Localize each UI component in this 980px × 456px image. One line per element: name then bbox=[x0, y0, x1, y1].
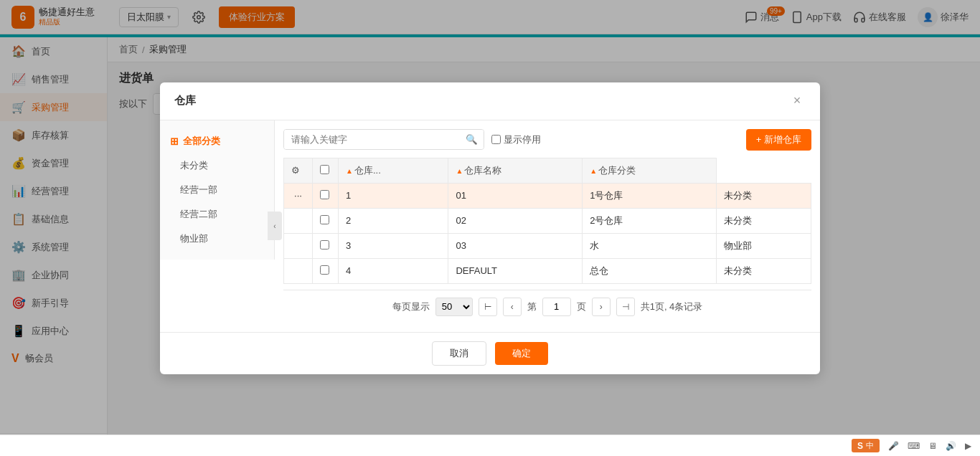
modal-sidebar-all[interactable]: ⊞ 全部分类 bbox=[160, 129, 274, 153]
row-num-cell: 4 bbox=[339, 258, 448, 283]
per-page-select[interactable]: 50 100 bbox=[435, 298, 473, 316]
modal-title: 仓库 bbox=[174, 94, 196, 108]
taskbar-keyboard[interactable]: ⌨ bbox=[908, 441, 920, 451]
sort-icon: ▲ bbox=[346, 167, 353, 175]
modal-sidebar-item-3[interactable]: 物业部 bbox=[160, 227, 274, 251]
taskbar-brand-label: 中 bbox=[866, 440, 874, 451]
next-page-button[interactable]: › bbox=[592, 298, 611, 316]
show-disabled-checkbox[interactable] bbox=[491, 135, 501, 144]
search-input[interactable] bbox=[284, 130, 460, 149]
modal-close-button[interactable]: × bbox=[788, 92, 806, 110]
taskbar-brand-text: S bbox=[857, 441, 863, 451]
taskbar-speaker[interactable]: 🔊 bbox=[946, 441, 956, 451]
modal-footer: 取消 确定 bbox=[160, 332, 820, 374]
modal-toolbar: 🔍 显示停用 + 新增仓库 bbox=[283, 129, 811, 151]
table-row[interactable]: 3 03 水 物业部 bbox=[284, 233, 811, 258]
sort-icon-name: ▲ bbox=[456, 167, 463, 175]
row-code-cell: 01 bbox=[448, 183, 583, 208]
total-label: 共1页, 4条记录 bbox=[641, 300, 703, 313]
modal-sidebar-item-2[interactable]: 经营二部 bbox=[160, 202, 274, 227]
modal-sidebar-wrapper: ⊞ 全部分类 未分类 经营一部 经营二部 物业部 ‹ bbox=[160, 120, 275, 332]
row-checkbox[interactable] bbox=[320, 215, 329, 224]
taskbar-brand: S 中 bbox=[852, 439, 880, 452]
app-body: 🏠 首页 📈 销售管理 🛒 采购管理 📦 库存核算 💰 资金管理 📊 经营管理 … bbox=[0, 37, 980, 456]
sort-icon-category: ▲ bbox=[590, 167, 597, 175]
warehouse-table: ⚙ ▲仓库... ▲仓库名称 ▲仓库分类 ··· 1 bbox=[283, 158, 811, 284]
warehouse-table-container: ⚙ ▲仓库... ▲仓库名称 ▲仓库分类 ··· 1 bbox=[283, 158, 811, 284]
row-code-cell: 03 bbox=[448, 233, 583, 258]
row-category-cell: 未分类 bbox=[717, 183, 811, 208]
row-code-cell: DEFAULT bbox=[448, 258, 583, 283]
modal-sidebar-item-0[interactable]: 未分类 bbox=[160, 153, 274, 178]
select-all-checkbox[interactable] bbox=[320, 165, 329, 174]
modal-main: 🔍 显示停用 + 新增仓库 bbox=[275, 120, 820, 332]
row-checkbox-cell[interactable] bbox=[313, 258, 339, 283]
row-name-cell: 2号仓库 bbox=[583, 208, 717, 233]
table-row[interactable]: 4 DEFAULT 总仓 未分类 bbox=[284, 258, 811, 283]
confirm-button[interactable]: 确定 bbox=[495, 342, 548, 365]
modal-sidebar-all-label: 全部分类 bbox=[183, 135, 220, 148]
col-checkbox-header[interactable] bbox=[313, 158, 339, 183]
prev-page-button[interactable]: ‹ bbox=[503, 298, 522, 316]
row-name-cell: 1号仓库 bbox=[583, 183, 717, 208]
row-settings-cell[interactable] bbox=[284, 258, 313, 283]
modal-overlay: 仓库 × ⊞ 全部分类 未分类 经营一部 经营 bbox=[108, 37, 980, 456]
per-page-label: 每页显示 bbox=[392, 300, 430, 313]
main-content: 首页 / 采购管理 进货单 按以下 印 导出 刷新 查询 设置 仓库 × bbox=[108, 37, 980, 456]
row-code-cell: 02 bbox=[448, 208, 583, 233]
collapse-sidebar-button[interactable]: ‹ bbox=[268, 212, 282, 240]
row-checkbox-cell[interactable] bbox=[313, 233, 339, 258]
row-settings-cell[interactable] bbox=[284, 233, 313, 258]
modal-sidebar-item-1[interactable]: 经营一部 bbox=[160, 178, 274, 202]
taskbar-mic[interactable]: 🎤 bbox=[888, 441, 899, 451]
modal-header: 仓库 × bbox=[160, 82, 820, 120]
taskbar-display[interactable]: 🖥 bbox=[928, 441, 937, 451]
col-settings-header[interactable]: ⚙ bbox=[284, 158, 313, 183]
row-checkbox-cell[interactable] bbox=[313, 183, 339, 208]
modal-sidebar: ⊞ 全部分类 未分类 经营一部 经营二部 物业部 bbox=[160, 120, 275, 260]
col-code-header[interactable]: ▲仓库... bbox=[339, 158, 448, 183]
row-category-cell: 未分类 bbox=[717, 258, 811, 283]
row-name-cell: 总仓 bbox=[583, 258, 717, 283]
table-row[interactable]: 2 02 2号仓库 未分类 bbox=[284, 208, 811, 233]
table-row[interactable]: ··· 1 01 1号仓库 未分类 bbox=[284, 183, 811, 208]
search-button[interactable]: 🔍 bbox=[460, 130, 484, 149]
row-category-cell: 物业部 bbox=[717, 233, 811, 258]
row-num-cell: 3 bbox=[339, 233, 448, 258]
warehouse-modal: 仓库 × ⊞ 全部分类 未分类 经营一部 经营 bbox=[160, 82, 820, 374]
taskbar: S 中 🎤 ⌨ 🖥 🔊 ▶ bbox=[0, 434, 980, 456]
col-category-header[interactable]: ▲仓库分类 bbox=[583, 158, 717, 183]
taskbar-play[interactable]: ▶ bbox=[965, 441, 971, 451]
add-warehouse-button[interactable]: + 新增仓库 bbox=[746, 129, 811, 151]
col-name-header[interactable]: ▲仓库名称 bbox=[448, 158, 583, 183]
row-num-cell: 2 bbox=[339, 208, 448, 233]
search-box: 🔍 bbox=[283, 129, 484, 150]
row-name-cell: 水 bbox=[583, 233, 717, 258]
row-settings-cell[interactable] bbox=[284, 208, 313, 233]
show-disabled-label[interactable]: 显示停用 bbox=[491, 133, 541, 146]
row-category-cell: 未分类 bbox=[717, 208, 811, 233]
page-number-input[interactable] bbox=[542, 298, 571, 316]
cancel-button[interactable]: 取消 bbox=[432, 341, 486, 366]
grid-icon: ⊞ bbox=[170, 136, 179, 147]
first-page-button[interactable]: ⊢ bbox=[479, 298, 497, 316]
pagination: 每页显示 50 100 ⊢ ‹ 第 页 › ⊣ 共 bbox=[283, 290, 811, 323]
row-checkbox[interactable] bbox=[320, 265, 329, 275]
row-settings-cell[interactable]: ··· bbox=[284, 183, 313, 208]
last-page-button[interactable]: ⊣ bbox=[616, 298, 635, 316]
page-suffix: 页 bbox=[577, 300, 586, 313]
row-checkbox[interactable] bbox=[320, 240, 329, 250]
row-checkbox-cell[interactable] bbox=[313, 208, 339, 233]
modal-body: ⊞ 全部分类 未分类 经营一部 经营二部 物业部 ‹ bbox=[160, 120, 820, 332]
row-num-cell: 1 bbox=[339, 183, 448, 208]
page-label: 第 bbox=[527, 300, 537, 313]
row-checkbox[interactable] bbox=[320, 190, 329, 199]
